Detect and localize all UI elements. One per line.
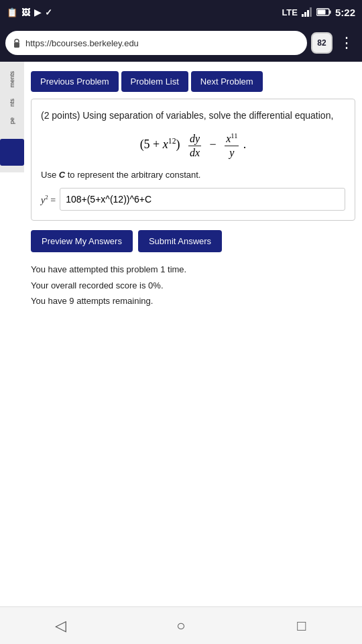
app-icon-1: 📋 [7,7,17,17]
attempt-info: You have attempted this problem 1 time. … [24,259,362,311]
lte-label: LTE [282,7,298,17]
lock-icon [12,38,21,48]
browser-bar: https://bcourses.berkeley.edu 82 ⋮ [0,24,362,62]
url-box[interactable]: https://bcourses.berkeley.edu [5,31,307,55]
preview-answers-button[interactable]: Preview My Answers [31,230,133,252]
arbitrary-constant-note: Use C to represent the arbitrary constan… [41,170,345,180]
problem-description: (2 points) Using separation of variables… [41,109,345,123]
constant-c: C [59,170,65,180]
action-buttons: Preview My Answers Submit Answers [24,221,362,259]
previous-problem-button[interactable]: Previous Problem [31,71,119,92]
status-right: LTE 5:22 [282,7,355,18]
svg-rect-7 [14,42,19,48]
problem-points: (2 points) [41,110,80,121]
svg-rect-0 [302,14,304,17]
attempt-line-2: Your overall recorded score is 0%. [31,278,355,293]
tab-count-badge[interactable]: 82 [311,32,333,54]
svg-rect-3 [310,7,312,17]
menu-dots-button[interactable]: ⋮ [337,32,357,54]
svg-rect-6 [317,10,325,15]
answer-input[interactable] [60,188,345,211]
status-left: 📋 🖼 ▶ ✓ [7,7,52,17]
home-button[interactable]: ○ [161,612,201,639]
nav-buttons: Previous Problem Problem List Next Probl… [24,62,362,99]
attempt-line-1: You have attempted this problem 1 time. [31,262,355,277]
time-display: 5:22 [335,7,355,18]
problem-text: Using separation of variables, solve the… [82,110,333,121]
answer-label: y2 = [41,194,56,206]
battery-icon [316,8,331,16]
eq-dy-dx: dy dx [187,138,206,151]
eq-left-paren: (5 + x12) [140,138,180,151]
signal-icon [302,7,312,17]
eq-minus: − [210,138,217,151]
sidebar: ments nts pe [0,62,24,172]
app-icon-4: ✓ [45,7,52,17]
recent-button[interactable]: □ [282,612,322,639]
sidebar-item-1: ments [7,68,17,91]
app-icon-3: ▶ [34,7,41,17]
answer-row: y2 = [41,188,345,211]
sidebar-item-2: nts [7,96,17,109]
attempt-line-3: You have 9 attempts remaining. [31,293,355,309]
eq-period: . [243,138,247,151]
sidebar-blue-button[interactable] [0,139,24,166]
problem-list-button[interactable]: Problem List [121,71,188,92]
back-button[interactable]: ◁ [40,612,80,639]
status-bar: 📋 🖼 ▶ ✓ LTE 5:22 [0,0,362,24]
svg-rect-2 [307,10,309,17]
math-equation: (5 + x12) dy dx − x11 y . [41,132,345,159]
url-text: https://bcourses.berkeley.edu [25,38,139,48]
problem-box: (2 points) Using separation of variables… [31,99,355,221]
submit-answers-button[interactable]: Submit Answers [138,230,222,252]
next-problem-button[interactable]: Next Problem [191,71,263,92]
app-icon-2: 🖼 [21,7,30,17]
svg-rect-1 [304,12,306,17]
eq-right-frac: x11 y [223,138,243,151]
svg-rect-5 [329,11,330,14]
sidebar-item-3: pe [7,115,17,127]
main-content: Previous Problem Problem List Next Probl… [24,62,362,606]
bottom-nav: ◁ ○ □ [0,606,362,644]
